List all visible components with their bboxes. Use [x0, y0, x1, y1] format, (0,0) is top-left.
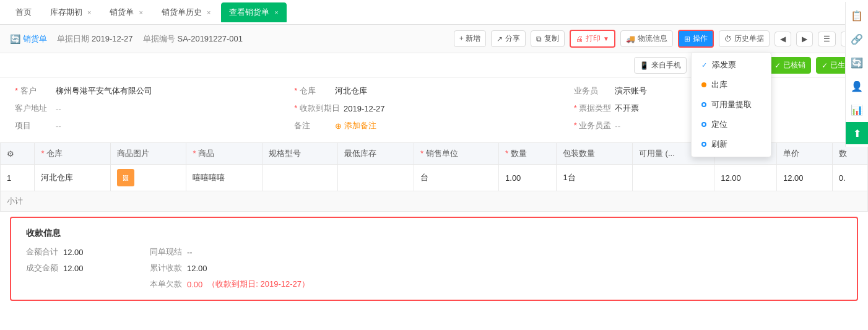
customer-value: 柳州粤港平安气体有限公司: [56, 85, 152, 97]
dropdown-add-invoice[interactable]: ✓ 添发票: [692, 55, 771, 75]
copy-label: 复制: [544, 33, 559, 44]
tab-bar: 首页 库存期初 × 销货单 × 销货单历史 × 查看销货单 × ×: [0, 0, 868, 25]
print-button[interactable]: 🖨 打印 ▼: [570, 30, 615, 48]
share-button[interactable]: ↗ 分享: [491, 30, 526, 47]
tab-home[interactable]: 首页: [7, 2, 40, 22]
dropdown-locate-label: 定位: [711, 119, 727, 130]
cell-pack-qty: 1台: [557, 165, 633, 191]
project-label: 项目: [15, 120, 52, 131]
sold-btn[interactable]: ✓ 已核销: [769, 57, 811, 74]
staff-label: 业务员: [574, 85, 611, 97]
history-button[interactable]: ⏱ 历史单据: [719, 30, 770, 47]
col-product: 商品: [186, 143, 263, 165]
add-icon: ⊕: [335, 121, 342, 131]
doc-number-field: 单据编号 SA-20191227-001: [143, 33, 243, 45]
cell-quantity: 1.00: [499, 165, 557, 191]
product-thumbnail: 🖼: [117, 169, 134, 186]
share-label: 分享: [505, 33, 520, 44]
dropdown-refresh-label: 刷新: [711, 139, 727, 150]
sidebar-icon-1[interactable]: 📋: [846, 4, 868, 27]
cell-spec: [262, 165, 338, 191]
total-item: 金额合计 12.00: [26, 246, 150, 258]
summary-section: 收款信息 金额合计 12.00 同单现结 -- 成交金额 12.00 累计收款 …: [10, 217, 858, 301]
dropdown-quantity-label: 可用量提取: [711, 99, 752, 110]
tab-sales-label: 销货单: [110, 7, 134, 18]
summary-grid: 金额合计 12.00 同单现结 -- 成交金额 12.00 累计收款 12.00…: [26, 246, 842, 290]
nav-prev-button[interactable]: ◀: [775, 32, 791, 46]
transaction-label: 成交金额: [26, 263, 58, 274]
cell-min-stock: [338, 165, 414, 191]
operations-label: 操作: [693, 33, 708, 44]
transaction-value: 12.00: [63, 264, 84, 273]
total-label: 金额合计: [26, 246, 58, 258]
tab-inventory-close[interactable]: ×: [87, 9, 91, 16]
add-note-label: 添加备注: [344, 120, 376, 131]
from-phone-btn[interactable]: 📱 来自手机: [634, 57, 687, 74]
sidebar-icon-2[interactable]: 🔗: [846, 28, 868, 50]
sidebar-icon-5[interactable]: 📊: [846, 98, 868, 121]
sidebar-icon-expand[interactable]: ⬆: [846, 122, 868, 144]
dropdown-refresh[interactable]: 刷新: [692, 134, 771, 154]
cumulative-item: 累计收款 12.00: [150, 263, 274, 274]
operations-dropdown: ✓ 添发票 出库 可用量提取 定位 刷新: [691, 52, 771, 157]
operations-button[interactable]: ⊞ 操作: [678, 30, 714, 48]
nav-next-button[interactable]: ▶: [796, 32, 813, 46]
cell-stock: 12.00: [714, 165, 777, 191]
same-order-label: 同单现结: [150, 246, 182, 258]
tab-view-sales-close[interactable]: ×: [274, 9, 278, 16]
from-phone-label: 来自手机: [651, 60, 681, 71]
copy-button[interactable]: ⧉ 复制: [531, 30, 565, 47]
dropdown-ship-label: 出库: [711, 79, 727, 90]
logistics-icon: 🚚: [626, 35, 635, 43]
col-settings[interactable]: ⚙: [1, 143, 35, 165]
due-note: （收款到期日: 2019-12-27）: [207, 279, 310, 290]
project-field: 项目 --: [15, 120, 294, 131]
payment-date-label: 收款到期日: [294, 103, 340, 114]
add-note-button[interactable]: ⊕ 添加备注: [335, 120, 376, 131]
tab-view-sales[interactable]: 查看销货单 ×: [221, 2, 286, 22]
tab-sales-close[interactable]: ×: [139, 9, 142, 16]
address-field: 客户地址 --: [15, 103, 294, 114]
tab-inventory[interactable]: 库存期初 ×: [42, 2, 99, 22]
tab-sales-history-label: 销货单历史: [162, 7, 202, 18]
view-toggle-list[interactable]: ☰: [818, 32, 836, 46]
dot-blue-icon: [701, 102, 706, 107]
dot-orange-icon: [701, 82, 706, 87]
payment-date-field: 收款到期日 2019-12-27: [294, 103, 573, 114]
new-button[interactable]: + 新增: [454, 30, 486, 47]
tab-sales[interactable]: 销货单 ×: [102, 2, 150, 22]
new-label: + 新增: [459, 33, 480, 44]
customer-field: 客户 柳州粤港平安气体有限公司: [15, 85, 294, 97]
col-spec: 规格型号: [262, 143, 338, 165]
effective-icon: ✓: [822, 61, 828, 70]
due-value: 0.00: [187, 280, 202, 289]
print-dropdown-icon: ▼: [603, 35, 609, 42]
cell-product: 嘻嘻嘻嘻: [186, 165, 263, 191]
col-warehouse: 仓库: [35, 143, 111, 165]
logistics-label: 物流信息: [638, 33, 667, 44]
sidebar-icon-4[interactable]: 👤: [846, 75, 868, 97]
cell-amount: 0.: [832, 165, 867, 191]
same-order-value: --: [187, 248, 193, 257]
dropdown-locate[interactable]: 定位: [692, 115, 771, 134]
cell-index: 1: [1, 165, 35, 191]
note-field: 备注 ⊕ 添加备注: [294, 120, 573, 131]
transaction-item: 成交金额 12.00: [26, 263, 150, 274]
salesperson-label: 业务员孟: [574, 120, 612, 131]
warehouse-field: 仓库 河北仓库: [294, 85, 573, 97]
cell-sales-unit: 台: [414, 165, 498, 191]
doc-number-label: 单据编号: [143, 33, 175, 45]
total-value: 12.00: [63, 248, 84, 257]
history-icon: ⏱: [724, 35, 732, 43]
dropdown-quantity[interactable]: 可用量提取: [692, 95, 771, 115]
tab-sales-history[interactable]: 销货单历史 ×: [154, 2, 219, 22]
sold-icon: ✓: [775, 61, 781, 70]
subtotal-label: 小计: [1, 191, 868, 212]
dropdown-ship[interactable]: 出库: [692, 75, 771, 95]
staff-value: 演示账号: [615, 85, 647, 97]
doc-header: 🔄 销货单 单据日期 2019-12-27 单据编号 SA-20191227-0…: [0, 25, 868, 53]
logistics-button[interactable]: 🚚 物流信息: [620, 30, 673, 47]
sidebar-icon-3[interactable]: 🔄: [846, 51, 868, 74]
ticket-type-value: 不开票: [615, 103, 639, 114]
tab-sales-history-close[interactable]: ×: [207, 9, 210, 16]
